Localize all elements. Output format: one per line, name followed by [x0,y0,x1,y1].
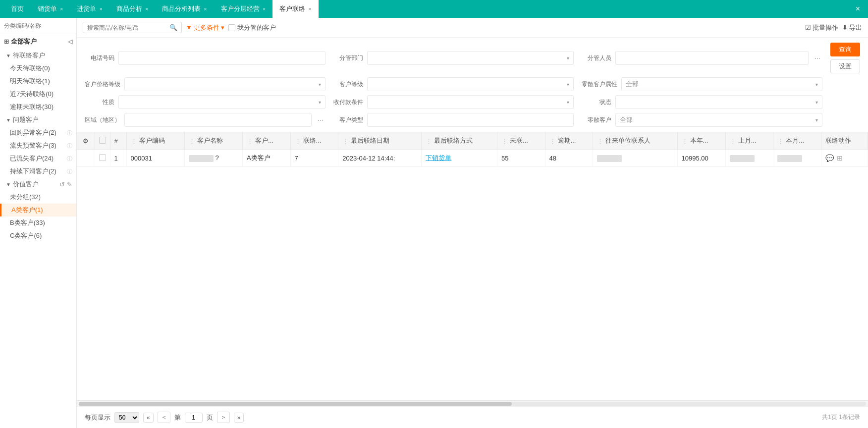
filter-more-btn[interactable]: ▼ 更多条件 ▾ [186,23,224,32]
filter-payment-select[interactable]: ▾ [367,95,574,109]
filter-dept-select[interactable]: ▾ [367,51,574,65]
more-dots-icon[interactable]: ··· [813,54,822,62]
horizontal-scrollbar[interactable] [77,400,868,406]
col-last-date[interactable]: ⋮ 最后联络日期 [338,132,422,150]
filter-manager-input[interactable] [615,51,809,65]
sidebar-search-bar: 🔍 [0,18,76,34]
nav-close-sales[interactable]: × [60,6,63,12]
settings-icon[interactable]: ⚙ [83,137,89,145]
sidebar-item-abnormal[interactable]: 回购异常客户(2) ⓘ [0,126,76,139]
nav-close-purchase[interactable]: × [99,6,102,12]
col-checkbox-header[interactable] [95,132,110,150]
row-last-method[interactable]: 下销货单 [422,150,497,167]
arrow-icon-value: ▼ [6,182,11,187]
sidebar-group-value[interactable]: ▼ 价值客户 ↺ ✎ [0,178,76,191]
page-input[interactable] [185,413,203,423]
filter-retail-customer-select[interactable]: 全部 ▾ [615,113,822,127]
refresh-icon[interactable]: ↺ [59,181,65,188]
nav-purchase[interactable]: 进货单 × [70,0,109,18]
col-this-year[interactable]: ⋮ 本年... [677,132,725,150]
col-no-contact[interactable]: ⋮ 未联... [497,132,545,150]
sidebar-item-declining[interactable]: 持续下滑客户(2) ⓘ [0,165,76,178]
qr-icon[interactable]: ⊞ [837,154,843,162]
nav-customer-segment[interactable]: 客户分层经营 × [214,0,272,18]
table-row: 1 000031 ? A类客户 7 2023-04-12 14:44: 下销货单… [77,150,868,167]
sidebar-all-customers[interactable]: ⊞ 全部客户 ◁ [0,34,76,49]
filter-region-input[interactable] [124,113,312,127]
filter-icon: ▼ [186,24,192,31]
search-input[interactable] [87,24,167,31]
sidebar-item-tomorrow[interactable]: 明天待联络(1) [0,75,76,88]
nav-close-product-analysis[interactable]: × [145,6,148,12]
sidebar-item-today[interactable]: 今天待联络(0) [0,62,76,75]
scroll-track[interactable] [79,402,866,406]
filter-status-select[interactable]: ▾ [615,95,822,109]
sidebar-item-lost[interactable]: 已流失客户(24) ⓘ [0,152,76,165]
col-contact[interactable]: ⋮ 联络... [290,132,338,150]
col-last-month[interactable]: ⋮ 上月... [725,132,773,150]
batch-btn[interactable]: ☑ 批量操作 [805,23,838,32]
sidebar-collapse-btn[interactable]: ◁ [68,38,72,45]
col-sep-icon: ⋮ [131,137,137,145]
sidebar-item-7days[interactable]: 近7天待联络(0) [0,88,76,101]
prev-page-btn[interactable]: ＜ [158,412,170,423]
nav-product-list[interactable]: 商品分析列表 × [155,0,214,18]
last-page-btn[interactable]: » [234,413,244,423]
edit-icon[interactable]: ✎ [67,181,72,188]
export-btn[interactable]: ⬇ 导出 [842,23,862,32]
sidebar-group-problem[interactable]: ▼ 问题客户 [0,113,76,126]
sidebar-item-class-b[interactable]: B类客户(33) [0,216,76,229]
col-seq: # [110,132,126,150]
filter-phone-input[interactable] [118,51,326,65]
col-this-month[interactable]: ⋮ 本月... [773,132,821,150]
nav-close-customer-contact[interactable]: × [308,6,311,12]
my-customers-check[interactable] [228,24,235,31]
nav-close-customer-segment[interactable]: × [263,6,266,12]
chevron-down-icon-status: ▾ [815,100,818,105]
page-size-select[interactable]: 50 100 [114,412,139,423]
filter-manager: 分管人员 ··· [582,51,822,65]
filter-retail-attr-select[interactable]: 全部 ▾ [621,77,822,91]
col-code[interactable]: ⋮ 客户编码 [126,132,184,150]
nav-customer-contact[interactable]: 客户联络 × [272,0,318,18]
sidebar-group-pending[interactable]: ▼ 待联络客户 [0,49,76,62]
sidebar-search-input[interactable] [4,22,77,29]
sidebar-item-class-a[interactable]: A类客户(1) [0,204,76,216]
select-all-checkbox[interactable] [99,137,106,144]
col-overdue[interactable]: ⋮ 逾期... [545,132,593,150]
row-checkbox[interactable] [99,154,106,161]
col-name[interactable]: ⋮ 客户名称 [184,132,242,150]
sidebar-item-class-c[interactable]: C类客户(6) [0,229,76,242]
first-page-btn[interactable]: « [143,413,154,423]
col-level[interactable]: ⋮ 客户... [243,132,291,150]
nav-sales[interactable]: 销货单 × [31,0,70,18]
nav-close-product-list[interactable]: × [204,6,207,12]
filter-retail-customer-label: 零散客户 [582,116,611,124]
filter-price-select[interactable]: ▾ [124,77,326,91]
col-last-method[interactable]: ⋮ 最后联络方式 [422,132,497,150]
row-level: A类客户 [243,150,291,167]
col-settings[interactable]: ⚙ [77,132,95,150]
scroll-thumb[interactable] [79,402,512,406]
query-button[interactable]: 查询 [830,43,860,56]
sidebar-item-unclassified[interactable]: 未分组(32) [0,191,76,204]
more-dots-icon-region[interactable]: ··· [316,116,326,124]
chat-icon[interactable]: 💬 [825,154,834,162]
row-checkbox-cell[interactable] [95,150,110,167]
col-unit-contact[interactable]: ⋮ 往来单位联系人 [593,132,677,150]
search-icon[interactable]: 🔍 [169,24,177,31]
info-icon-declining: ⓘ [67,168,72,175]
value-action-icons[interactable]: ↺ ✎ [59,181,72,188]
filter-customer-type-input[interactable] [367,113,574,127]
last-method-link[interactable]: 下销货单 [426,154,451,161]
sidebar-item-warning[interactable]: 流失预警客户(3) ⓘ [0,139,76,152]
my-customers-checkbox[interactable]: 我分管的客户 [228,23,276,32]
filter-nature-select[interactable]: ▾ [118,95,326,109]
sidebar-item-overdue[interactable]: 逾期未联络(30) [0,101,76,113]
nav-home[interactable]: 首页 [4,0,31,18]
next-page-btn[interactable]: ＞ [217,412,230,423]
filter-customer-level-select[interactable]: ▾ [367,77,574,91]
settings-button[interactable]: 设置 [830,59,860,73]
nav-close-all[interactable]: × [852,4,864,13]
nav-product-analysis[interactable]: 商品分析 × [109,0,155,18]
